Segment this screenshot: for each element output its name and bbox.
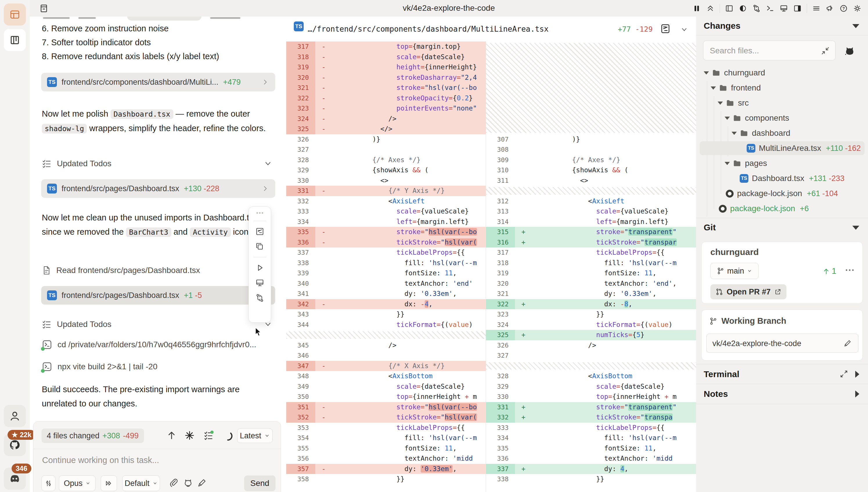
tree-folder-row[interactable]: dashboard [700,126,865,140]
split-diff-toggle-icon[interactable] [660,23,671,34]
file-change-chip[interactable]: TSfrontend/src/pages/Dashboard.tsx+1 -5 [41,286,275,304]
collapsed-region [286,330,486,340]
attachment-icon[interactable] [169,478,179,488]
caret-down-icon[interactable] [704,71,709,75]
diff-view-icon[interactable] [255,227,264,236]
pause-icon[interactable] [693,4,701,13]
diff-row: 334 left={margin.left} [286,217,486,227]
notes-section-header[interactable]: Notes [696,384,868,404]
search-input[interactable] [709,41,818,60]
git-section-header[interactable]: Git [696,218,868,237]
updated-todos-row[interactable]: Updated Todos [42,158,112,169]
caret-down-icon[interactable] [725,117,730,120]
tree-folder-row[interactable]: pages [700,156,865,170]
file-change-chip[interactable]: TSfrontend/src/pages/Dashboard.tsx+130 -… [41,179,275,198]
chevron-down-icon[interactable] [263,159,273,169]
rail-item-board[interactable] [4,29,26,51]
code-line: top={margin.top} [332,42,486,52]
diff-marker [515,453,532,464]
cat-icon[interactable] [844,45,856,57]
diff-header[interactable]: TS …/frontend/src/components/dashboard/M… [286,17,696,42]
model-selector[interactable]: Opus [59,475,95,491]
monitor-icon[interactable] [779,4,788,13]
caret-down-icon[interactable] [711,87,716,90]
chevrons-up-icon[interactable] [706,4,715,13]
working-branch-input[interactable] [712,334,838,353]
tree-file-row[interactable]: package-lock.json+61 -104 [700,187,865,200]
mode-selector[interactable]: Default [122,475,160,491]
branch-selector[interactable]: main [710,263,758,279]
line-number: 341 [286,289,315,299]
settings-gear-icon[interactable] [853,4,862,13]
copy-icon[interactable] [255,242,264,251]
code-line: }} [332,309,486,320]
open-pr-button[interactable]: Open PR #7 [710,284,787,299]
expand-icon[interactable] [840,370,848,378]
menu-icon[interactable] [812,4,821,13]
diff-marker [315,145,332,155]
tree-file-row[interactable]: TSMultiLineArea.tsx+110 -162 [700,141,865,155]
terminal-icon[interactable] [766,4,775,13]
edit-pencil-icon[interactable] [843,339,852,348]
diff-marker: - [315,83,332,93]
play-icon[interactable] [255,263,264,272]
scroll-up-icon[interactable] [166,430,177,441]
tree-folder-row[interactable]: src [700,96,865,110]
megaphone-icon[interactable] [826,4,834,13]
settings-sliders-button[interactable] [42,475,55,491]
diff-row: 352- tickStroke="hsl(var( [286,412,486,423]
code-line: strokeDasharray="2,4 [332,73,486,83]
terminal-section-header[interactable]: Terminal [696,364,868,384]
layout-panel-icon [9,9,21,20]
archive-box-icon[interactable] [39,3,49,13]
sparkle-icon[interactable] [184,430,195,441]
read-file-row[interactable]: Read frontend/src/pages/Dashboard.tsx [42,265,200,276]
diff-row: 315+ stroke="transparent" [486,227,697,237]
git-compare-icon[interactable] [255,293,264,302]
commits-ahead[interactable]: 1 [822,266,836,276]
version-selector[interactable]: Latest [237,428,273,443]
help-icon[interactable]: ? [839,4,848,13]
collapse-diff-icon[interactable] [680,25,688,34]
tree-folder-row[interactable]: churnguard [700,66,865,80]
file-change-chip[interactable]: TSfrontend/src/components/dashboard/Mult… [41,73,275,91]
caret-down-icon[interactable] [725,162,730,165]
more-options-icon[interactable] [256,211,264,215]
files-changed-chip[interactable]: 4 files changed +308 -499 [42,428,144,443]
cat-icon[interactable] [183,478,193,488]
todos-status-icon[interactable] [204,430,214,441]
updated-todos-row[interactable]: Updated Todos [42,319,112,330]
panel-left-icon[interactable] [725,4,734,13]
monitor-icon[interactable] [255,278,264,288]
more-options-icon[interactable] [844,268,855,272]
rail-item-session[interactable] [4,3,26,26]
collapse-tree-icon[interactable] [821,46,830,55]
code-line: fontSize: 11, [332,268,486,278]
caret-down-icon[interactable] [718,101,723,105]
git-compare-icon[interactable] [752,4,761,13]
tree-file-row[interactable]: TSDashboard.tsx+131 -233 [700,171,865,186]
line-number: 315 [486,227,515,237]
tree-folder-row[interactable]: components [700,111,865,125]
inline-code: shadow-lg [42,124,87,133]
code-line: textAnchor: 'end', [532,278,697,289]
diff-marker: + [515,330,532,340]
terminal-command-row[interactable]: cd /private/var/folders/10/h7w0q46556ggr… [42,339,256,350]
send-button[interactable]: Send [244,475,276,491]
contrast-bubble-icon[interactable] [738,4,747,13]
tree-folder-row[interactable]: frontend [700,81,865,95]
tree-file-row[interactable]: package-lock.json+6 [700,202,865,216]
pen-icon[interactable] [197,478,207,488]
code-line: dx: -8, [532,299,697,310]
fast-forward-button[interactable] [101,475,117,491]
rail-item-account[interactable] [4,405,26,427]
fast-forward-icon [105,479,113,487]
caret-down-icon[interactable] [731,132,737,135]
working-branch-field[interactable] [706,334,859,353]
panel-right-filled-icon[interactable] [793,4,802,13]
message-input[interactable] [42,455,269,465]
changes-section-header[interactable]: Changes [696,17,868,35]
terminal-command-row[interactable]: npx vite build 2>&1 | tail -20 [42,361,157,372]
kanban-board-icon [9,34,21,46]
code-line: tickLabelProps={{ [332,247,486,258]
